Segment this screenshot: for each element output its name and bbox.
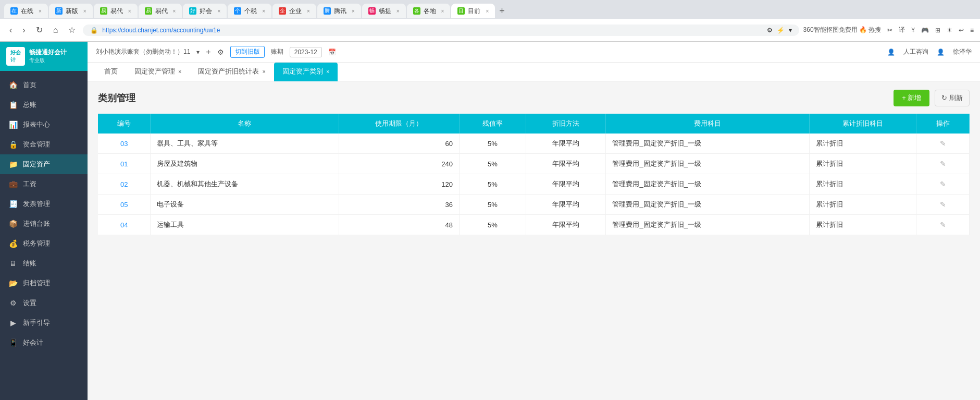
add-button[interactable]: + 新增 bbox=[894, 90, 929, 106]
tab-close-icon[interactable]: × bbox=[173, 8, 176, 14]
sidebar-item-inventory[interactable]: 📦 进销台账 bbox=[0, 214, 88, 234]
edit-icon[interactable]: ✎ bbox=[940, 221, 946, 229]
undo-icon: ↩ bbox=[959, 27, 964, 34]
cell-method: 年限平均 bbox=[526, 174, 606, 195]
reload-button[interactable]: ↻ bbox=[33, 24, 46, 36]
browser-tab-4[interactable]: 易 易代 × bbox=[139, 4, 182, 18]
boost-icon: ⚡ bbox=[777, 27, 785, 34]
sidebar-item-label: 归档管理 bbox=[23, 278, 50, 288]
page-tab-close-icon[interactable]: × bbox=[262, 68, 265, 75]
url-bar[interactable]: 🔒 https://cloud.chanjet.com/accounting/u… bbox=[83, 25, 799, 36]
home-button[interactable]: ⌂ bbox=[50, 25, 61, 36]
grid-icon: ⊞ bbox=[935, 27, 940, 34]
page-tab-depreciation[interactable]: 固定资产折旧统计表 × bbox=[190, 63, 274, 81]
tab-close-icon[interactable]: × bbox=[39, 8, 42, 14]
tab-close-icon[interactable]: × bbox=[486, 8, 489, 14]
col-header-code: 编号 bbox=[98, 114, 151, 134]
bookmark-button[interactable]: ☆ bbox=[65, 24, 79, 36]
sidebar-item-checkout[interactable]: 🖥 结账 bbox=[0, 253, 88, 273]
page-tab-close-icon[interactable]: × bbox=[326, 68, 329, 75]
cell-expense: 管理费用_固定资产折旧_一级 bbox=[606, 134, 809, 154]
browser-actions: 360智能抠图免费用 🔥 热搜 ✂ 译 ¥ 🎮 ⊞ ☀ ↩ ≡ bbox=[803, 26, 974, 34]
logo-text-block: 畅捷通好会计 专业版 bbox=[29, 49, 67, 64]
browser-tab-8[interactable]: 腾 腾讯 × bbox=[317, 4, 361, 18]
cell-code[interactable]: 01 bbox=[98, 154, 151, 174]
browser-tab-11[interactable]: 目 目前 × bbox=[451, 4, 495, 18]
sidebar-item-report[interactable]: 📊 报表中心 bbox=[0, 115, 88, 135]
tab-close-icon[interactable]: × bbox=[262, 8, 265, 14]
browser-tab-7[interactable]: 企 企业 × bbox=[272, 4, 316, 18]
back-button[interactable]: ‹ bbox=[6, 25, 15, 36]
consult-text[interactable]: 人工咨询 bbox=[903, 47, 928, 56]
cell-depreciation: 累计折旧 bbox=[809, 134, 916, 154]
tab-favicon: 好 bbox=[189, 7, 196, 15]
period-value: 2023-12 bbox=[290, 47, 322, 57]
settings-button[interactable]: ⚙ bbox=[217, 48, 224, 56]
page-tab-asset-mgmt[interactable]: 固定资产管理 × bbox=[126, 63, 190, 81]
settings-icon: ⚙ bbox=[8, 298, 18, 308]
sidebar-item-settings[interactable]: ⚙ 设置 bbox=[0, 293, 88, 313]
sidebar-item-fund[interactable]: 🔒 资金管理 bbox=[0, 135, 88, 154]
edit-icon[interactable]: ✎ bbox=[940, 139, 946, 148]
cell-action[interactable]: ✎ bbox=[916, 195, 970, 215]
cell-action[interactable]: ✎ bbox=[916, 215, 970, 235]
page-tab-label: 首页 bbox=[104, 67, 118, 76]
sidebar-item-archive[interactable]: 📂 归档管理 bbox=[0, 273, 88, 293]
add-account-button[interactable]: + bbox=[206, 47, 210, 57]
tab-close-icon[interactable]: × bbox=[83, 8, 86, 14]
tab-close-icon[interactable]: × bbox=[307, 8, 310, 14]
refresh-button[interactable]: ↻ 刷新 bbox=[935, 90, 970, 106]
page-tab-category[interactable]: 固定资产类别 × bbox=[274, 63, 338, 81]
browser-tab-5[interactable]: 好 好会 × bbox=[183, 4, 227, 18]
browser-tab-10[interactable]: 各 各地 × bbox=[407, 4, 451, 18]
page-title: 类别管理 bbox=[98, 92, 135, 104]
browser-tab-online[interactable]: 在 在线 × bbox=[4, 4, 48, 18]
table-row: 05 电子设备 36 5% 年限平均 管理费用_固定资产折旧_一级 累计折旧 ✎ bbox=[98, 195, 970, 215]
page-tab-home[interactable]: 首页 bbox=[96, 63, 126, 81]
tab-close-icon[interactable]: × bbox=[217, 8, 220, 14]
tab-favicon: 新 bbox=[55, 7, 63, 15]
browser-tab-3[interactable]: 易 易代 × bbox=[94, 4, 138, 18]
sidebar-item-salary[interactable]: 💼 工资 bbox=[0, 174, 88, 194]
search-text: 360智能抠图免费用 🔥 热搜 bbox=[803, 26, 882, 34]
edit-icon[interactable]: ✎ bbox=[940, 180, 946, 188]
sidebar-item-home[interactable]: 🏠 首页 bbox=[0, 75, 88, 95]
sidebar-item-asset[interactable]: 📁 固定资产 bbox=[0, 154, 88, 174]
cell-action[interactable]: ✎ bbox=[916, 154, 970, 174]
sidebar-item-tax[interactable]: 💰 税务管理 bbox=[0, 234, 88, 253]
sidebar-item-ledger[interactable]: 📋 总账 bbox=[0, 95, 88, 115]
tab-close-icon[interactable]: × bbox=[352, 8, 355, 14]
page-tab-close-icon[interactable]: × bbox=[178, 68, 181, 75]
tab-close-icon[interactable]: × bbox=[128, 8, 131, 14]
edit-icon[interactable]: ✎ bbox=[940, 200, 946, 209]
dropdown-icon: ▾ bbox=[196, 49, 200, 56]
sidebar-item-label: 固定资产 bbox=[23, 160, 50, 169]
browser-tab-new[interactable]: 新 新版 × bbox=[49, 4, 93, 18]
browser-tab-6[interactable]: 个 个税 × bbox=[228, 4, 271, 18]
cell-code[interactable]: 04 bbox=[98, 215, 151, 235]
cell-method: 年限平均 bbox=[526, 195, 606, 215]
cell-expense: 管理费用_固定资产折旧_一级 bbox=[606, 195, 809, 215]
new-tab-button[interactable]: + bbox=[496, 6, 508, 17]
scissors-icon: ✂ bbox=[887, 27, 892, 34]
cell-action[interactable]: ✎ bbox=[916, 134, 970, 154]
forward-button[interactable]: › bbox=[19, 25, 28, 36]
cell-name: 电子设备 bbox=[151, 195, 339, 215]
cell-action[interactable]: ✎ bbox=[916, 174, 970, 195]
sidebar-item-guide[interactable]: ▶ 新手引导 bbox=[0, 313, 88, 333]
brightness-icon: ☀ bbox=[947, 27, 952, 34]
switch-version-button[interactable]: 切到旧版 bbox=[230, 46, 265, 58]
browser-tab-9[interactable]: 畅 畅提 × bbox=[362, 4, 406, 18]
page-tab-nav: 首页 固定资产管理 × 固定资产折旧统计表 × 固定资产类别 × bbox=[88, 63, 980, 81]
logo-subtitle: 专业版 bbox=[29, 57, 67, 64]
cell-code[interactable]: 03 bbox=[98, 134, 151, 154]
sidebar-item-more[interactable]: 📱 好会计 bbox=[0, 333, 88, 353]
edit-icon[interactable]: ✎ bbox=[940, 160, 946, 168]
sidebar-item-invoice[interactable]: 🧾 发票管理 bbox=[0, 194, 88, 214]
tab-close-icon[interactable]: × bbox=[441, 8, 444, 14]
sidebar-item-label: 报表中心 bbox=[23, 120, 50, 129]
tab-close-icon[interactable]: × bbox=[396, 8, 400, 14]
cell-code[interactable]: 05 bbox=[98, 195, 151, 215]
cell-code[interactable]: 02 bbox=[98, 174, 151, 195]
top-bar: 刘小艳演示账套（勿删勿动！）11 ▾ + ⚙ 切到旧版 账期 2023-12 📅… bbox=[88, 42, 980, 63]
